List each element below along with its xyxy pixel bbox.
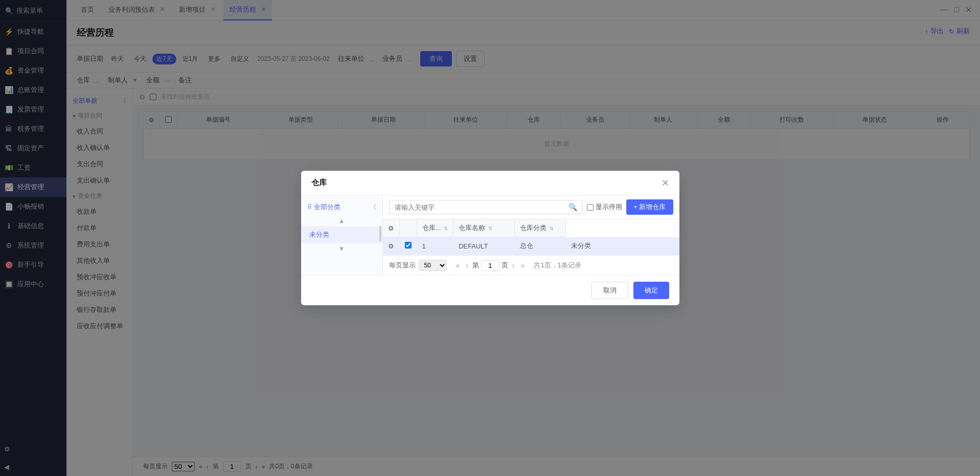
- sort-icon-category: ⇅: [550, 225, 554, 231]
- modal-col-check[interactable]: [399, 219, 417, 237]
- modal-col-name[interactable]: 仓库名称 ⇅: [453, 219, 514, 237]
- modal-left-scrollbar: [379, 226, 381, 244]
- grid-icon: ⠿: [307, 203, 312, 211]
- modal-overlay[interactable]: 仓库 ✕ ⠿ 全部分类 《 ▲ 未分类 ▼: [0, 0, 980, 476]
- row-category: 未分类: [565, 237, 679, 255]
- modal-pagination: 每页显示 50 100 « ‹ 第 页 › » 共1页，1条记录: [383, 255, 679, 275]
- modal-body: ⠿ 全部分类 《 ▲ 未分类 ▼: [301, 195, 679, 275]
- modal-search-input[interactable]: [395, 203, 566, 211]
- show-disabled-text: 显示停用: [596, 202, 622, 212]
- modal-close-btn[interactable]: ✕: [662, 178, 669, 188]
- modal-per-page-label: 每页显示: [389, 261, 416, 270]
- modal-all-category-label: 全部分类: [314, 202, 340, 212]
- show-disabled-label[interactable]: 显示停用: [587, 202, 622, 212]
- modal-prev-btn[interactable]: ‹: [464, 261, 470, 270]
- add-warehouse-btn[interactable]: + 新增仓库: [626, 199, 673, 215]
- modal-scroll-down-btn[interactable]: ▼: [301, 243, 382, 255]
- modal-search-box: 🔍: [389, 200, 583, 214]
- warehouse-modal: 仓库 ✕ ⠿ 全部分类 《 ▲ 未分类 ▼: [301, 171, 679, 305]
- row-settings[interactable]: ⚙: [383, 237, 400, 255]
- modal-col-settings[interactable]: ⚙: [383, 219, 400, 237]
- modal-page-nav: « ‹ 第 页 › »: [454, 260, 527, 271]
- modal-footer: 取消 确定: [301, 275, 679, 305]
- modal-all-category-btn[interactable]: ⠿ 全部分类 《: [301, 199, 382, 215]
- modal-col-id-label: 仓库...: [422, 224, 441, 232]
- modal-category-unclassified[interactable]: 未分类: [301, 226, 382, 243]
- modal-first-btn[interactable]: «: [454, 261, 462, 270]
- chevron-down-icon: ▼: [338, 245, 345, 253]
- show-disabled-checkbox[interactable]: [587, 204, 594, 211]
- modal-page-label: 第: [472, 261, 479, 270]
- modal-per-page-select[interactable]: 50 100: [419, 260, 447, 271]
- modal-scroll-up-btn[interactable]: ▲: [301, 215, 382, 226]
- modal-confirm-btn[interactable]: 确定: [633, 282, 669, 299]
- modal-next-btn[interactable]: ›: [510, 261, 517, 270]
- row-check[interactable]: [399, 237, 417, 255]
- modal-search-icon: 🔍: [568, 203, 577, 211]
- modal-col-id[interactable]: 仓库... ⇅: [417, 219, 453, 237]
- row-name: 总仓: [514, 237, 565, 255]
- modal-title: 仓库: [311, 178, 327, 188]
- sort-icon-id: ⇅: [444, 225, 448, 231]
- row-code: DEFAULT: [453, 237, 514, 255]
- sort-icon-name: ⇅: [488, 225, 492, 231]
- chevron-up-icon: ▲: [338, 217, 345, 224]
- modal-left-scroll-thumb: [379, 226, 381, 241]
- modal-page-input[interactable]: [481, 260, 499, 271]
- modal-collapse-btn[interactable]: 《: [370, 203, 376, 212]
- modal-cancel-btn[interactable]: 取消: [591, 282, 628, 299]
- modal-header: 仓库 ✕: [301, 171, 679, 195]
- row-checkbox[interactable]: [405, 242, 412, 248]
- modal-page-suffix: 页: [502, 261, 508, 270]
- modal-table-wrap: ⚙ 仓库... ⇅ 仓库名称 ⇅: [383, 219, 679, 255]
- modal-table: ⚙ 仓库... ⇅ 仓库名称 ⇅: [383, 219, 679, 255]
- modal-col-name-label: 仓库名称: [459, 224, 485, 232]
- modal-toolbar: 🔍 显示停用 + 新增仓库: [383, 195, 679, 219]
- modal-right-panel: 🔍 显示停用 + 新增仓库 ⚙: [383, 195, 679, 275]
- modal-col-category-label: 仓库分类: [520, 224, 546, 232]
- row-id: 1: [417, 237, 453, 255]
- table-row[interactable]: ⚙ 1 DEFAULT 总仓 未分类: [383, 237, 679, 255]
- modal-col-category[interactable]: 仓库分类 ⇅: [514, 219, 565, 237]
- modal-total-text: 共1页，1条记录: [534, 261, 581, 270]
- modal-last-btn[interactable]: »: [519, 261, 527, 270]
- modal-left-panel: ⠿ 全部分类 《 ▲ 未分类 ▼: [301, 195, 383, 275]
